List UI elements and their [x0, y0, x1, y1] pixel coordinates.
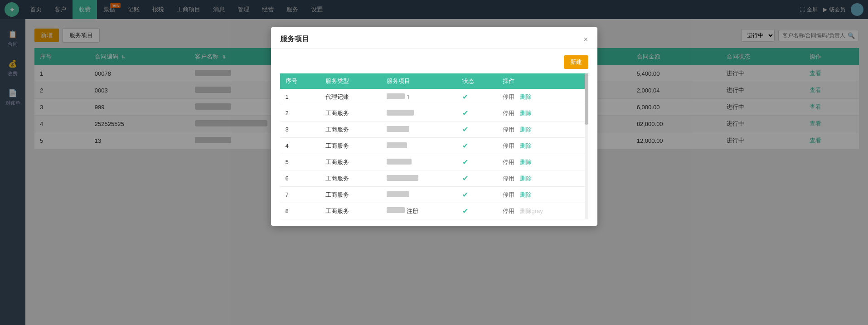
status-check-icon: ✔: [462, 142, 468, 150]
modal-cell-actions: 停用 删除: [497, 105, 588, 121]
modal-cell-item: [381, 121, 457, 138]
scrollbar-track[interactable]: [585, 73, 588, 219]
item-blurred: [387, 207, 405, 213]
modal-col-item: 服务项目: [381, 73, 457, 89]
delete-button[interactable]: 删除: [520, 93, 532, 100]
modal-cell-seq: 2: [280, 105, 320, 121]
scrollbar-thumb: [585, 73, 588, 125]
modal-cell-type: 代理记账: [320, 89, 381, 105]
layout: 📋 合同 💰 收费 📄 对账单 新增 服务项目 进行中 已完成 已取消: [0, 19, 868, 325]
stop-button[interactable]: 停用: [503, 159, 514, 165]
status-check-icon: ✔: [462, 109, 468, 117]
service-item-modal: 服务项目 × 新建 序号 服务类型 服务项目: [271, 27, 597, 226]
modal-cell-actions: 停用 删除: [497, 154, 588, 170]
modal-table-row: 4 工商服务 ✔ 停用 删除: [280, 138, 588, 154]
modal-title: 服务项目: [280, 34, 309, 44]
modal-cell-seq: 4: [280, 138, 320, 154]
stop-button[interactable]: 停用: [503, 126, 514, 133]
modal-table-row: 3 工商服务 ✔ 停用 删除: [280, 121, 588, 138]
modal-cell-type: 工商服务: [320, 121, 381, 138]
modal-cell-type: 工商服务: [320, 187, 381, 203]
modal-header: 服务项目 ×: [271, 27, 597, 49]
delete-button[interactable]: 删除gray: [520, 208, 543, 214]
modal-cell-item: [381, 105, 457, 121]
item-blurred: [387, 126, 409, 132]
modal-cell-item: 1: [381, 89, 457, 105]
modal-table-row: 5 工商服务 ✔ 停用 删除: [280, 154, 588, 170]
modal-cell-actions: 停用 删除: [497, 138, 588, 154]
modal-cell-type: 工商服务: [320, 138, 381, 154]
status-check-icon: ✔: [462, 158, 468, 166]
modal-cell-status: ✔: [457, 105, 497, 121]
modal-table-row: 2 工商服务 ✔ 停用 删除: [280, 105, 588, 121]
item-blurred: [387, 175, 418, 181]
delete-button[interactable]: 删除: [520, 110, 532, 116]
modal-cell-status: ✔: [457, 121, 497, 138]
modal-cell-seq: 8: [280, 203, 320, 219]
stop-button[interactable]: 停用: [503, 208, 514, 214]
modal-cell-status: ✔: [457, 170, 497, 187]
main-content: 新增 服务项目 进行中 已完成 已取消 🔍 序号 合同: [25, 19, 868, 325]
modal-cell-actions: 停用 删除: [497, 89, 588, 105]
modal-cell-actions: 停用 删除: [497, 170, 588, 187]
status-check-icon: ✔: [462, 126, 468, 133]
item-blurred: [387, 191, 409, 197]
item-blurred: [387, 159, 412, 165]
modal-body: 新建 序号 服务类型 服务项目 状态 操作: [271, 49, 597, 226]
status-check-icon: ✔: [462, 93, 468, 101]
modal-table-row: 6 工商服务 ✔ 停用 删除: [280, 170, 588, 187]
modal-cell-status: ✔: [457, 187, 497, 203]
modal-cell-seq: 6: [280, 170, 320, 187]
modal-close-button[interactable]: ×: [583, 35, 588, 44]
modal-cell-item: [381, 187, 457, 203]
modal-overlay: 服务项目 × 新建 序号 服务类型 服务项目: [25, 19, 868, 325]
modal-cell-status: ✔: [457, 138, 497, 154]
modal-cell-item: [381, 170, 457, 187]
status-check-icon: ✔: [462, 207, 468, 215]
status-check-icon: ✔: [462, 191, 468, 199]
modal-cell-seq: 1: [280, 89, 320, 105]
modal-cell-status: ✔: [457, 89, 497, 105]
stop-button[interactable]: 停用: [503, 191, 514, 198]
modal-table-row: 1 代理记账 1 ✔ 停用 删除: [280, 89, 588, 105]
modal-col-status: 状态: [457, 73, 497, 89]
delete-button[interactable]: 删除: [520, 175, 532, 182]
item-blurred: [387, 93, 405, 99]
delete-button[interactable]: 删除: [520, 159, 532, 165]
delete-button[interactable]: 删除: [520, 191, 532, 198]
modal-cell-status: ✔: [457, 203, 497, 219]
modal-cell-actions: 停用 删除: [497, 187, 588, 203]
delete-button[interactable]: 删除: [520, 126, 532, 133]
modal-toolbar: 新建: [280, 55, 588, 69]
modal-table: 序号 服务类型 服务项目 状态 操作 1 代理记账: [280, 73, 588, 219]
modal-cell-status: ✔: [457, 154, 497, 170]
stop-button[interactable]: 停用: [503, 110, 514, 116]
modal-cell-actions: 停用 删除: [497, 121, 588, 138]
modal-cell-item: [381, 154, 457, 170]
modal-cell-seq: 3: [280, 121, 320, 138]
modal-cell-type: 工商服务: [320, 203, 381, 219]
modal-cell-type: 工商服务: [320, 154, 381, 170]
item-blurred: [387, 110, 414, 116]
status-check-icon: ✔: [462, 175, 468, 182]
stop-button[interactable]: 停用: [503, 142, 514, 149]
item-blurred: [387, 142, 407, 148]
delete-button[interactable]: 删除: [520, 142, 532, 149]
stop-button[interactable]: 停用: [503, 93, 514, 100]
modal-cell-seq: 7: [280, 187, 320, 203]
modal-cell-item: [381, 138, 457, 154]
modal-col-type: 服务类型: [320, 73, 381, 89]
modal-cell-type: 工商服务: [320, 105, 381, 121]
modal-new-button[interactable]: 新建: [564, 55, 588, 69]
stop-button[interactable]: 停用: [503, 175, 514, 182]
modal-cell-item: 注册: [381, 203, 457, 219]
modal-col-action: 操作: [497, 73, 588, 89]
modal-table-row: 7 工商服务 ✔ 停用 删除: [280, 187, 588, 203]
modal-cell-type: 工商服务: [320, 170, 381, 187]
modal-table-row: 8 工商服务 注册 ✔ 停用 删除gray: [280, 203, 588, 219]
modal-cell-seq: 5: [280, 154, 320, 170]
modal-col-seq: 序号: [280, 73, 320, 89]
modal-cell-actions: 停用 删除gray: [497, 203, 588, 219]
